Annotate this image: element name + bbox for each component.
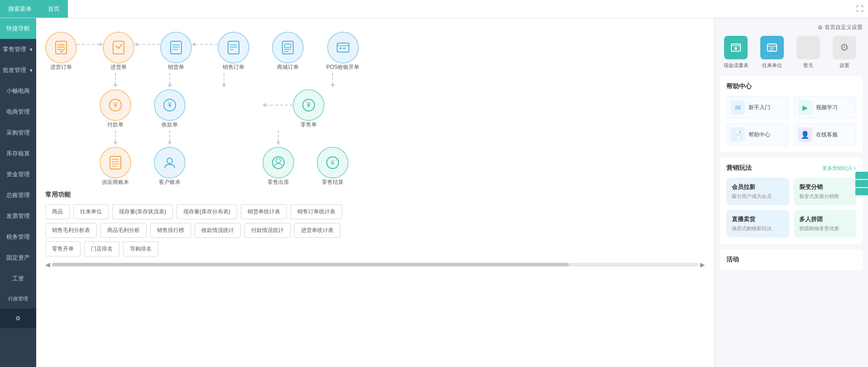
node-retail-settlement[interactable]: ¥ 零售结算	[317, 147, 348, 186]
marketing-live[interactable]: 直播卖货 场景式购物新玩法	[726, 210, 789, 237]
help-item-online[interactable]: 👤 在线客服	[794, 123, 857, 146]
quick-btn-settings[interactable]: ⚙ 设置	[829, 36, 860, 69]
cash-flow-label: 现金流量表	[724, 62, 749, 69]
func-btn-store-rank[interactable]: 门店排名	[84, 241, 119, 256]
node-sales-slip[interactable]: 销货单	[160, 32, 192, 71]
sidebar-item-finance[interactable]: 资金管理	[0, 164, 36, 185]
sidebar-item-tax[interactable]: 税务管理	[0, 227, 36, 247]
sidebar-item-purchase[interactable]: 采购管理	[0, 122, 36, 143]
func-btn-sales-stat[interactable]: 销货单统计表	[241, 204, 287, 219]
customize-label: 首页自定义设置	[825, 24, 863, 31]
func-btn-purchase-stat[interactable]: 进货单统计表	[294, 223, 340, 238]
node-customer[interactable]: 客户账本	[154, 147, 186, 186]
sidebar-item-wholesale[interactable]: 批发管理 ▼	[0, 60, 36, 81]
marketing-split[interactable]: 裂变分销 裂变式发展分销商	[794, 178, 857, 205]
func-grid-2: 销售毛利分析表 商品毛利分析 销售排行榜 收款情况统计 付款情况统计 进货单统计…	[45, 223, 705, 238]
split-desc: 裂变式发展分销商	[799, 193, 851, 200]
node-retail-outbound[interactable]: 零售出库	[262, 147, 294, 186]
func-btn-stock1[interactable]: 现存量(库存状况表)	[112, 204, 173, 219]
svg-rect-27	[110, 156, 121, 169]
func-btn-goods-margin[interactable]: 商品毛利分析	[100, 223, 147, 238]
node-receipt[interactable]: ¥ 收款单	[154, 89, 186, 129]
sidebar-settings-btn[interactable]: ⚙	[0, 309, 36, 328]
mall-order-label: 商城订单	[277, 63, 299, 71]
quick-btn-cash-flow[interactable]: 现金流量表	[720, 36, 752, 69]
sidebar-item-general[interactable]: 总账管理	[0, 185, 36, 206]
sidebar-item-quick-nav[interactable]: 快捷导航	[0, 18, 36, 39]
node-mall-order[interactable]: 商城订单	[272, 32, 304, 71]
video-label: 视频学习	[816, 104, 838, 111]
split-title: 裂变分销	[799, 183, 851, 191]
scroll-right-btn[interactable]: ▶	[700, 261, 705, 268]
scroll-left-btn[interactable]: ◀	[45, 261, 50, 268]
help-title: 帮助中心	[726, 82, 856, 91]
scroll-track[interactable]	[52, 263, 698, 266]
v-conn-purchase	[100, 73, 131, 87]
sidebar: 快捷导航 零售管理 ▼ 批发管理 ▼ 小畅电商 电商管理 采购管理 库存核算 资…	[0, 18, 36, 367]
sidebar-item-invoice[interactable]: 发票管理	[0, 206, 36, 227]
mall-order-icon	[272, 32, 304, 63]
fullscreen-btn[interactable]: ⛶	[856, 5, 863, 13]
node-payment[interactable]: ¥ 付款单	[100, 89, 131, 129]
marketing-member[interactable]: 会员拉新 吸引用户成为会员	[726, 178, 789, 205]
float-desktop-shortcut[interactable]: 桌面快捷	[855, 188, 868, 195]
node-supplier[interactable]: 供应商账本	[100, 147, 131, 186]
sidebar-item-admin[interactable]: 行政管理	[0, 289, 36, 309]
quick-btn-partners[interactable]: 往来单位	[756, 36, 788, 69]
func-btn-partners[interactable]: 往来单位	[73, 204, 109, 219]
quick-nav-panel: 进货订单 进货单	[36, 18, 714, 367]
customer-label: 客户账本	[159, 179, 181, 186]
func-btn-sales-rank[interactable]: 销售排行榜	[150, 223, 191, 238]
node-purchase-order[interactable]: 进货订单	[45, 32, 77, 71]
marketing-title: 营销玩法	[726, 164, 752, 172]
float-customer-service[interactable]: 客服热线	[855, 172, 868, 179]
supplier-label: 供应商账本	[102, 179, 129, 186]
purchase-order-label: 进货订单	[50, 63, 72, 71]
quick-btn-none[interactable]: 暂无	[792, 36, 824, 69]
receipt-label: 收款单	[162, 121, 178, 129]
live-desc: 场景式购物新玩法	[732, 225, 784, 232]
settings-icon: ⚙	[833, 36, 856, 59]
online-icon: 👤	[798, 127, 812, 142]
help-item-beginner[interactable]: ✉ 新手入门	[726, 96, 789, 119]
float-service-community[interactable]: 服务社区	[855, 180, 868, 187]
svg-point-32	[167, 158, 172, 164]
beginner-label: 新手入门	[749, 104, 770, 111]
sidebar-item-salary[interactable]: 工资	[0, 268, 36, 289]
top-bar: 搜索菜单 首页 ⛶	[0, 0, 868, 18]
home-customize-btn[interactable]: ⚙ 首页自定义设置	[720, 24, 863, 31]
node-retail-slip[interactable]: ¥ 零售单	[262, 89, 324, 129]
func-btn-sales-margin[interactable]: 销售毛利分析表	[45, 223, 97, 238]
marketing-more-btn[interactable]: 更多营销玩法 >	[822, 165, 856, 172]
svg-rect-9	[228, 41, 239, 54]
svg-rect-14	[285, 44, 291, 48]
func-btn-payment-stat[interactable]: 付款情况统计	[244, 223, 291, 238]
node-sales-order[interactable]: 销售订单	[218, 32, 249, 71]
group-title: 多人拼团	[799, 215, 851, 223]
search-menu-btn[interactable]: 搜索菜单	[0, 0, 40, 18]
func-btn-retail-order[interactable]: 零售开单	[45, 241, 81, 256]
func-btn-sales-ord-stat[interactable]: 销售订单统计表	[291, 204, 342, 219]
top-right: ⛶	[856, 5, 868, 13]
func-btn-goods[interactable]: 商品	[45, 204, 70, 219]
help-item-video[interactable]: ▶ 视频学习	[794, 96, 857, 119]
live-title: 直播卖货	[732, 215, 784, 223]
settings-label: 设置	[839, 62, 849, 69]
sidebar-item-fixed-assets[interactable]: 固定资产	[0, 247, 36, 268]
v-connectors-2	[45, 130, 705, 145]
node-pos[interactable]: POS收银开单	[326, 32, 359, 71]
node-purchase-slip[interactable]: 进货单	[103, 32, 134, 71]
tab-home[interactable]: 首页	[40, 0, 68, 18]
help-item-helpcenter[interactable]: 📄 帮助中心	[726, 123, 789, 146]
common-func-title: 常用功能	[45, 191, 705, 199]
sidebar-item-xiaochange[interactable]: 小畅电商	[0, 81, 36, 101]
group-desc: 拼团购物享受优惠	[799, 225, 851, 232]
member-desc: 吸引用户成为会员	[732, 193, 784, 200]
sidebar-item-retail[interactable]: 零售管理 ▼	[0, 39, 36, 60]
func-btn-receipt-stat[interactable]: 收款情况统计	[195, 223, 241, 238]
marketing-group[interactable]: 多人拼团 拼团购物享受优惠	[794, 210, 857, 237]
func-btn-stock2[interactable]: 现存量(库存分布表)	[176, 204, 237, 219]
sidebar-item-inventory[interactable]: 库存核算	[0, 143, 36, 164]
sidebar-item-ecom[interactable]: 电商管理	[0, 101, 36, 122]
func-btn-guide-rank[interactable]: 导购排名	[123, 241, 158, 256]
